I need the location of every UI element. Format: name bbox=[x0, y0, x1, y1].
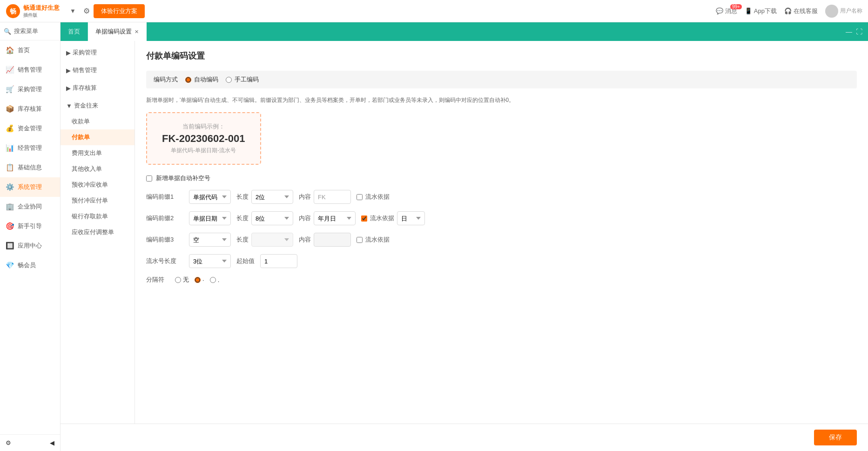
settings-icon[interactable]: ⚙ bbox=[83, 7, 90, 15]
sep-none-radio[interactable] bbox=[175, 277, 181, 283]
topbar: 畅 畅通道好生意 插件版 ▼ ⚙ 体验行业方案 💬 消息 99+ 📱 App下载… bbox=[0, 0, 868, 22]
sidebar-item-finance[interactable]: 💰 资金管理 bbox=[0, 119, 60, 138]
sidebar-search[interactable]: 🔍 搜索菜单 bbox=[0, 22, 60, 40]
sub-group-capital-label: 资金往来 bbox=[74, 101, 98, 110]
sidebar-item-system[interactable]: ⚙️ 系统管理 bbox=[0, 177, 60, 197]
sub-item-payment[interactable]: 付款单 bbox=[61, 129, 135, 145]
serial-select[interactable]: 3位 4位 5位 bbox=[189, 254, 231, 268]
sub-group-sales-title[interactable]: ▶ 销售管理 bbox=[61, 62, 135, 78]
purchase-icon: 🛒 bbox=[6, 85, 14, 94]
manual-encode-label[interactable]: 手工编码 bbox=[226, 75, 259, 84]
sub-group-purchase-title[interactable]: ▶ 采购管理 bbox=[61, 45, 135, 61]
message-badge: 99+ bbox=[730, 4, 742, 9]
content-area: ▶ 采购管理 ▶ 销售管理 ▶ 库存核算 bbox=[61, 41, 868, 451]
tab-home[interactable]: 首页 bbox=[61, 22, 88, 41]
content1-label: 内容 bbox=[299, 193, 311, 201]
topbar-center: ▼ ⚙ 体验行业方案 bbox=[66, 4, 716, 18]
topbar-dropdown[interactable]: ▼ bbox=[66, 6, 80, 16]
stream3-checkbox[interactable] bbox=[357, 237, 363, 243]
app-download-button[interactable]: 📱 App下载 bbox=[745, 7, 777, 15]
save-button[interactable]: 保存 bbox=[814, 430, 857, 445]
apps-icon: 🔲 bbox=[6, 242, 14, 250]
sidebar-collapse-icon[interactable]: ◀ bbox=[50, 439, 54, 446]
sep-dash-option[interactable]: · bbox=[195, 276, 204, 283]
serial-row: 流水号长度 3位 4位 5位 起始值 bbox=[146, 254, 857, 268]
length1-select[interactable]: 2位 3位 4位 bbox=[251, 190, 293, 204]
sub-group-capital-title[interactable]: ▼ 资金往来 bbox=[61, 98, 135, 114]
start-input[interactable] bbox=[260, 254, 297, 268]
prefix3-row: 编码前缀3 空 单据代码 部门 业务员 长度 bbox=[146, 233, 857, 247]
sub-item-expense[interactable]: 费用支出单 bbox=[61, 145, 135, 161]
sub-group-purchase-label: 采购管理 bbox=[73, 48, 97, 57]
sep-options: 无 · . bbox=[175, 276, 219, 284]
prefix2-select[interactable]: 单据日期 部门 业务员 空 bbox=[189, 211, 231, 225]
search-label: 搜索菜单 bbox=[14, 27, 38, 35]
basic-icon: 📋 bbox=[6, 163, 14, 172]
sidebar-item-enterprise[interactable]: 🏢 企业协同 bbox=[0, 197, 60, 216]
sub-group-inventory-title[interactable]: ▶ 库存核算 bbox=[61, 80, 135, 96]
content1-group: 内容 bbox=[299, 190, 351, 204]
main: 首页 单据编码设置 ✕ — ⛶ ▶ 采购管理 bbox=[61, 22, 868, 451]
stream2-checkbox[interactable] bbox=[361, 215, 367, 222]
content2-select[interactable]: 年月日 年月 年 bbox=[314, 211, 356, 225]
length1-group: 长度 2位 3位 4位 bbox=[236, 190, 293, 204]
content1-input[interactable] bbox=[314, 190, 351, 204]
sub-item-prepay-pay[interactable]: 预付冲应付单 bbox=[61, 193, 135, 209]
length2-select[interactable]: 8位 6位 4位 bbox=[251, 211, 293, 225]
tabbar-expand-icon[interactable]: ⛶ bbox=[856, 28, 862, 35]
tab-code-setting[interactable]: 单据编码设置 ✕ bbox=[88, 22, 147, 41]
layout: 🔍 搜索菜单 🏠 首页 📈 销售管理 🛒 采购管理 📦 库存核算 💰 资金管理 … bbox=[0, 22, 868, 451]
sidebar-settings-icon[interactable]: ⚙ bbox=[6, 439, 11, 446]
experience-button[interactable]: 体验行业方案 bbox=[94, 4, 145, 18]
sep-dash-label: · bbox=[202, 276, 204, 283]
auto-fill-checkbox[interactable] bbox=[146, 175, 152, 182]
sidebar-item-purchase[interactable]: 🛒 采购管理 bbox=[0, 80, 60, 99]
sidebar-item-member[interactable]: 💎 畅会员 bbox=[0, 256, 60, 275]
sep-dot-option[interactable]: . bbox=[210, 276, 220, 283]
length2-group: 长度 8位 6位 4位 bbox=[236, 211, 293, 225]
stream3-group: 流水依据 bbox=[357, 236, 390, 244]
footer-bar: 保存 bbox=[61, 424, 868, 451]
sidebar-label-enterprise: 企业协同 bbox=[18, 202, 42, 211]
tabbar: 首页 单据编码设置 ✕ — ⛶ bbox=[61, 22, 868, 41]
prefix3-select[interactable]: 空 单据代码 部门 业务员 bbox=[189, 233, 231, 247]
auto-encode-radio[interactable] bbox=[185, 77, 191, 83]
sidebar-label-basic: 基础信息 bbox=[18, 163, 42, 172]
stream1-checkbox[interactable] bbox=[357, 194, 363, 200]
sub-item-other-income[interactable]: 其他收入单 bbox=[61, 161, 135, 177]
member-icon: 💎 bbox=[6, 261, 14, 269]
system-icon: ⚙️ bbox=[6, 183, 14, 191]
message-button[interactable]: 💬 消息 99+ bbox=[716, 7, 737, 15]
preview-code: FK-20230602-001 bbox=[162, 133, 245, 145]
content2-group: 内容 年月日 年月 年 bbox=[299, 211, 356, 225]
content3-label: 内容 bbox=[299, 236, 311, 244]
stream2-select[interactable]: 日 月 年 bbox=[397, 211, 425, 225]
sidebar-item-basic[interactable]: 📋 基础信息 bbox=[0, 158, 60, 177]
sub-item-adjust[interactable]: 应收应付调整单 bbox=[61, 224, 135, 240]
stream1-group: 流水依据 bbox=[357, 193, 390, 201]
sub-item-receipt[interactable]: 收款单 bbox=[61, 114, 135, 129]
service-button[interactable]: 🎧 在线客服 bbox=[784, 7, 818, 15]
tabbar-minimize-icon[interactable]: — bbox=[846, 28, 852, 35]
manual-encode-radio[interactable] bbox=[226, 77, 232, 83]
sidebar-item-sales[interactable]: 📈 销售管理 bbox=[0, 60, 60, 80]
length3-group: 长度 bbox=[236, 233, 293, 247]
topbar-right: 💬 消息 99+ 📱 App下载 🎧 在线客服 用户名称 bbox=[716, 5, 862, 18]
sidebar-item-apps[interactable]: 🔲 应用中心 bbox=[0, 236, 60, 256]
tab-close-icon[interactable]: ✕ bbox=[135, 29, 139, 35]
sep-dash-radio[interactable] bbox=[195, 277, 201, 283]
length3-select[interactable] bbox=[251, 233, 293, 247]
sub-item-bank-deposit[interactable]: 银行存取款单 bbox=[61, 209, 135, 224]
content3-input[interactable] bbox=[314, 233, 351, 247]
sidebar-item-inventory[interactable]: 📦 库存核算 bbox=[0, 99, 60, 119]
sep-none-option[interactable]: 无 bbox=[175, 276, 189, 284]
sub-item-prepay-recv[interactable]: 预收冲应收单 bbox=[61, 177, 135, 193]
start-label: 起始值 bbox=[236, 257, 255, 265]
user-avatar[interactable]: 用户名称 bbox=[825, 5, 862, 18]
sidebar-item-guide[interactable]: 🎯 新手引导 bbox=[0, 216, 60, 236]
sidebar-item-operations[interactable]: 📊 经营管理 bbox=[0, 138, 60, 158]
sep-dot-radio[interactable] bbox=[210, 277, 216, 283]
sidebar-item-home[interactable]: 🏠 首页 bbox=[0, 40, 60, 60]
prefix1-select[interactable]: 单据代码 部门 业务员 空 bbox=[189, 190, 231, 204]
auto-encode-label[interactable]: 自动编码 bbox=[185, 75, 218, 84]
